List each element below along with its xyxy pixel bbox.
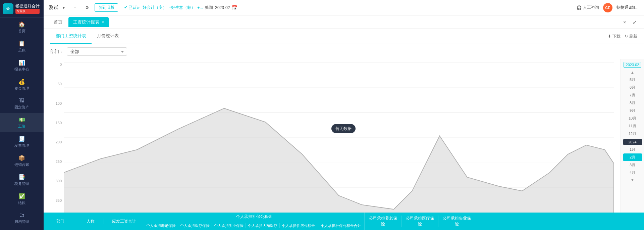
sidebar-item-home[interactable]: 🏠 首页 bbox=[0, 18, 44, 37]
sidebar-item-salary[interactable]: 💵 工资 bbox=[0, 113, 44, 132]
month-2023-11[interactable]: 11月 bbox=[623, 122, 642, 130]
month-2023-5[interactable]: 5月 bbox=[623, 76, 642, 84]
good-business-tag: +好生意（标） bbox=[169, 5, 195, 10]
calendar-icon[interactable]: 📅 bbox=[232, 5, 237, 10]
sidebar-item-fixed-assets[interactable]: 🏗 固定资产 bbox=[0, 94, 44, 113]
month-2023-10[interactable]: 10月 bbox=[623, 114, 642, 122]
tab-bar: 首页 工资统计报表 × × ⤢ bbox=[44, 15, 644, 29]
funds-icon: 💰 bbox=[18, 79, 25, 85]
month-2023-8[interactable]: 8月 bbox=[623, 99, 642, 107]
y-label-200: 200 bbox=[50, 140, 64, 144]
scroll-down-button[interactable]: ▼ bbox=[629, 177, 636, 183]
gear-button[interactable]: ⚙ bbox=[83, 3, 92, 12]
month-2024-2[interactable]: 2月 bbox=[623, 153, 642, 161]
sidebar-item-close-period[interactable]: ✅ 结账 bbox=[0, 190, 44, 209]
invoice-icon: 🧾 bbox=[18, 136, 25, 142]
month-2023-9[interactable]: 9月 bbox=[623, 107, 642, 114]
good-accounting-tag: 好会计（专） bbox=[143, 5, 167, 10]
th-company-medical: 公司承担医疗保险 bbox=[401, 216, 438, 227]
download-icon: ⬇ bbox=[608, 34, 611, 39]
th-group-personal: 个人承担社保公积金 个人承担养老保险 个人承担医疗保险 个人承担失业保险 个人承… bbox=[144, 213, 365, 230]
month-2023-12[interactable]: 12月 bbox=[623, 130, 642, 138]
tax-icon: 📑 bbox=[18, 174, 25, 180]
maximize-button[interactable]: ⤢ bbox=[631, 18, 639, 26]
month-2024-3[interactable]: 3月 bbox=[623, 161, 642, 169]
switch-old-button[interactable]: 切到旧版 bbox=[95, 3, 118, 12]
download-label: 下载 bbox=[612, 34, 621, 39]
sidebar-label-archive: 归档管理 bbox=[14, 219, 29, 224]
subtab-dept[interactable]: 部门工资统计表 bbox=[50, 29, 92, 44]
reports-icon: 📊 bbox=[18, 59, 25, 66]
main-content: 测试 ▼ ＋ ⚙ 切到旧版 ✔ 已认证 好会计（专） +好生意（标） +... … bbox=[44, 0, 644, 230]
close-button[interactable]: × bbox=[621, 18, 629, 26]
tab-home[interactable]: 首页 bbox=[49, 17, 67, 27]
logo-icon: 会 bbox=[3, 3, 13, 14]
sidebar-label-reports: 报表中心 bbox=[14, 67, 29, 72]
table-header: 部门 人数 应发工资合计 个人承担社保公积金 个人承担养老保险 个人承担医疗保险… bbox=[44, 213, 644, 230]
more-tags: +... bbox=[197, 5, 203, 10]
year-2024-section[interactable]: 2024 bbox=[623, 139, 642, 145]
company-dropdown[interactable]: ▼ bbox=[62, 5, 66, 10]
topbar-tags: ✔ 已认证 好会计（专） +好生意（标） +... 账期 2023-02 📅 bbox=[124, 5, 237, 10]
y-axis: 350 300 250 200 150 100 50 0 bbox=[50, 62, 64, 202]
sidebar-item-invoice[interactable]: 🧾 发票管理 bbox=[0, 132, 44, 151]
filter-bar: 部门： 全部 财务部 人事部 技术部 销售部 bbox=[44, 44, 644, 59]
app-name: 畅捷通好会计 bbox=[15, 4, 40, 9]
salary-icon: 💵 bbox=[18, 117, 25, 123]
th-personal-medical: 个人承担医疗保险 bbox=[178, 223, 212, 228]
chart-container: 350 300 250 200 150 100 50 0 bbox=[50, 62, 614, 213]
sidebar-label-close-period: 结账 bbox=[18, 200, 25, 205]
month-2024-1[interactable]: 1月 bbox=[623, 146, 642, 153]
month-2023-7[interactable]: 7月 bbox=[623, 91, 642, 99]
dept-filter-label: 部门： bbox=[50, 49, 63, 55]
th-personal-pension: 个人承担养老保险 bbox=[144, 223, 178, 228]
sidebar-nav: 🏠 首页 📋 总账 📊 报表中心 💰 资金管理 🏗 固定资产 💵 工资 🧾 发票… bbox=[0, 18, 44, 230]
home-icon: 🏠 bbox=[18, 21, 25, 28]
chart-svg bbox=[64, 62, 614, 213]
subtab-left: 部门工资统计表 月份统计表 bbox=[50, 29, 124, 44]
certified-tag: ✔ 已认证 bbox=[124, 5, 141, 10]
chart-area: 350 300 250 200 150 100 50 0 bbox=[44, 59, 621, 213]
sidebar-label-tax: 税务管理 bbox=[14, 181, 29, 186]
th-personal-unemployment: 个人承担失业保险 bbox=[212, 223, 246, 228]
user-name[interactable]: 畅捷通B组... bbox=[616, 5, 639, 10]
download-button[interactable]: ⬇ 下载 bbox=[608, 34, 621, 39]
th-personal-major-medical: 个人承担大额医疗 bbox=[246, 223, 280, 228]
sidebar-label-stock: 进销台账 bbox=[14, 162, 29, 167]
sidebar-item-ledger[interactable]: 📋 总账 bbox=[0, 37, 44, 56]
user-avatar[interactable]: CE bbox=[603, 3, 612, 12]
subtab-monthly-label: 月份统计表 bbox=[97, 33, 119, 38]
subtab-monthly[interactable]: 月份统计表 bbox=[92, 29, 124, 44]
y-label-350: 350 bbox=[50, 198, 64, 202]
chart-wrapper: 350 300 250 200 150 100 50 0 bbox=[44, 59, 644, 213]
refresh-button[interactable]: ↻ 刷新 bbox=[625, 34, 637, 39]
tab-salary-report[interactable]: 工资统计报表 × bbox=[68, 17, 109, 27]
dept-filter-select[interactable]: 全部 财务部 人事部 技术部 销售部 bbox=[67, 47, 127, 56]
sidebar-item-tax[interactable]: 📑 税务管理 bbox=[0, 171, 44, 190]
th-personal-housing: 个人承担住房公积金 bbox=[280, 223, 317, 228]
sidebar-item-stock[interactable]: 📦 进销台账 bbox=[0, 151, 44, 171]
y-label-100: 100 bbox=[50, 101, 64, 105]
fixed-assets-icon: 🏗 bbox=[19, 98, 24, 104]
sidebar-item-funds[interactable]: 💰 资金管理 bbox=[0, 75, 44, 94]
topbar-actions: ＋ ⚙ 切到旧版 bbox=[70, 3, 118, 12]
app-logo: 会 畅捷通好会计 专业版 bbox=[0, 0, 44, 18]
th-personal-total: 个人承担社保公积金合计 bbox=[317, 223, 364, 228]
sidebar-label-ledger: 总账 bbox=[18, 48, 25, 53]
sidebar-item-archive[interactable]: 🗂 归档管理 bbox=[0, 209, 44, 228]
sidebar-item-settings[interactable]: ⚙ 设置 bbox=[0, 228, 44, 230]
month-2024-4[interactable]: 4月 bbox=[623, 169, 642, 177]
scroll-up-button[interactable]: ▲ bbox=[629, 69, 636, 76]
close-period-icon: ✅ bbox=[18, 193, 25, 199]
service-button[interactable]: 🎧 人工咨询 bbox=[577, 5, 599, 10]
month-2023-6[interactable]: 6月 bbox=[623, 84, 642, 91]
add-button[interactable]: ＋ bbox=[70, 3, 80, 12]
ledger-icon: 📋 bbox=[18, 40, 25, 47]
tab-salary-report-label: 工资统计报表 bbox=[73, 19, 99, 25]
tab-salary-close-icon[interactable]: × bbox=[102, 20, 104, 24]
sidebar-label-fixed-assets: 固定资产 bbox=[14, 105, 29, 110]
year-2023-badge[interactable]: 2023.02 bbox=[624, 62, 642, 68]
subtab-dept-label: 部门工资统计表 bbox=[56, 33, 86, 38]
headset-icon: 🎧 bbox=[577, 5, 582, 10]
sidebar-item-reports[interactable]: 📊 报表中心 bbox=[0, 56, 44, 75]
